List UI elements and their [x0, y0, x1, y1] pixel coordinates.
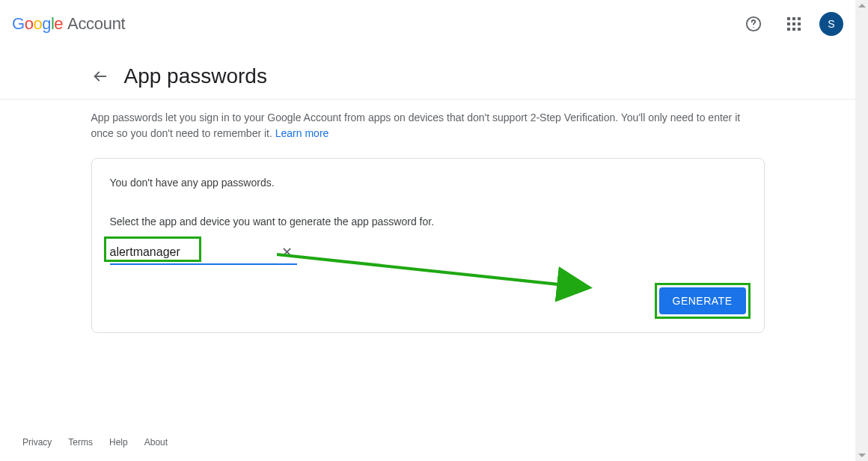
scroll-down-icon: [858, 454, 866, 457]
svg-point-1: [753, 27, 754, 28]
title-row: App passwords: [91, 48, 765, 99]
generate-button[interactable]: GENERATE: [659, 287, 746, 314]
empty-message: You don't have any app passwords.: [110, 177, 746, 189]
footer-privacy-link[interactable]: Privacy: [22, 437, 52, 448]
account-label: Account: [67, 14, 125, 34]
footer-about-link[interactable]: About: [144, 437, 168, 448]
apps-grid-icon[interactable]: [779, 9, 809, 39]
help-icon[interactable]: [739, 9, 768, 39]
footer: Privacy Terms Help About: [22, 437, 168, 448]
header: Google Account S: [0, 0, 855, 48]
intro-text: App passwords let you sign in to your Go…: [91, 100, 765, 158]
back-arrow-icon[interactable]: [91, 67, 109, 85]
page-title: App passwords: [124, 64, 267, 88]
header-actions: S: [739, 9, 843, 39]
app-name-input[interactable]: [110, 245, 260, 259]
footer-terms-link[interactable]: Terms: [68, 437, 93, 448]
learn-more-link[interactable]: Learn more: [275, 127, 329, 139]
footer-help-link[interactable]: Help: [109, 437, 128, 448]
clear-input-icon[interactable]: ✕: [277, 244, 297, 260]
brand: Google Account: [12, 14, 125, 34]
intro-body: App passwords let you sign in to your Go…: [91, 112, 741, 139]
scrollbar[interactable]: [855, 0, 868, 461]
google-logo: Google: [12, 14, 63, 34]
app-passwords-card: You don't have any app passwords. Select…: [91, 158, 765, 333]
avatar[interactable]: S: [819, 12, 843, 36]
select-message: Select the app and device you want to ge…: [110, 216, 746, 228]
scroll-up-icon: [858, 4, 866, 7]
